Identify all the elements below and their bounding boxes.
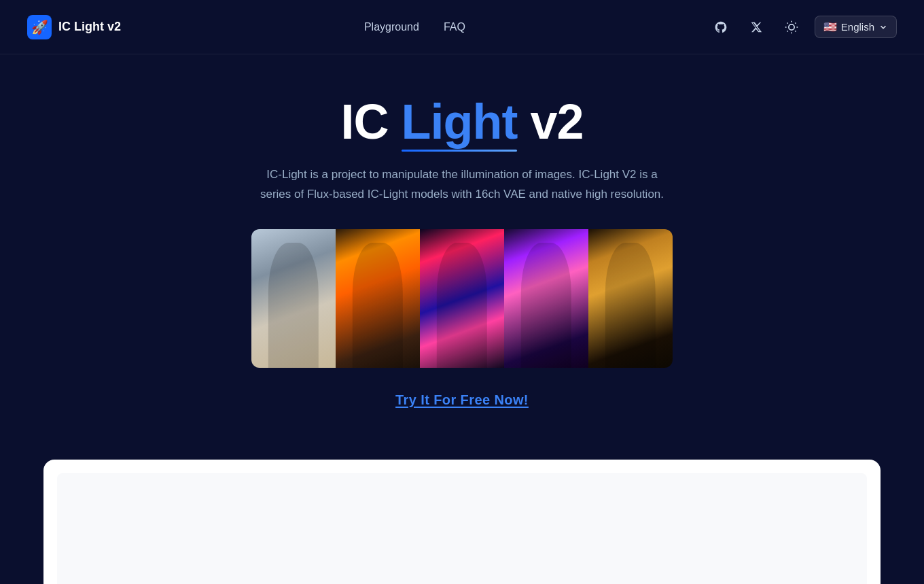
demo-image-3 xyxy=(420,229,504,368)
logo-area: 🚀 IC Light v2 xyxy=(27,15,121,39)
svg-point-0 xyxy=(789,24,794,29)
nav-links: Playground FAQ xyxy=(364,21,465,33)
logo-text: IC Light v2 xyxy=(58,20,121,34)
navbar: 🚀 IC Light v2 Playground FAQ xyxy=(0,0,924,54)
title-suffix: v2 xyxy=(517,95,583,149)
nav-link-playground[interactable]: Playground xyxy=(364,21,419,33)
demo-image-2 xyxy=(336,229,420,368)
nav-actions: 🇺🇸 English xyxy=(709,15,897,39)
playground-section xyxy=(43,460,881,584)
svg-line-7 xyxy=(787,31,787,31)
svg-line-4 xyxy=(795,31,796,31)
demo-image-5 xyxy=(588,229,673,368)
demo-image-4 xyxy=(504,229,588,368)
logo-rocket: 🚀 xyxy=(31,19,48,35)
language-label: English xyxy=(841,21,874,33)
language-selector[interactable]: 🇺🇸 English xyxy=(815,16,897,38)
github-icon xyxy=(714,20,728,34)
hero-description: IC-Light is a project to manipulate the … xyxy=(258,165,666,205)
nav-link-faq[interactable]: FAQ xyxy=(444,21,465,33)
demo-image-strip xyxy=(251,229,673,368)
theme-toggle-button[interactable] xyxy=(779,15,804,39)
github-button[interactable] xyxy=(709,15,733,39)
twitter-button[interactable] xyxy=(744,15,768,39)
twitter-x-icon xyxy=(750,21,762,33)
cta-button[interactable]: Try It For Free Now! xyxy=(395,392,529,408)
chevron-down-icon xyxy=(878,22,888,32)
hero-section: IC Light v2 IC-Light is a project to man… xyxy=(0,54,924,460)
svg-line-3 xyxy=(787,22,787,23)
demo-image-1 xyxy=(251,229,336,368)
logo-icon: 🚀 xyxy=(27,15,52,39)
playground-content xyxy=(57,473,867,584)
sun-icon xyxy=(785,20,798,34)
title-prefix: IC xyxy=(340,95,401,149)
flag-icon: 🇺🇸 xyxy=(823,20,837,33)
title-highlight: Light xyxy=(402,95,518,149)
svg-line-8 xyxy=(795,22,796,23)
hero-title: IC Light v2 xyxy=(340,95,583,149)
